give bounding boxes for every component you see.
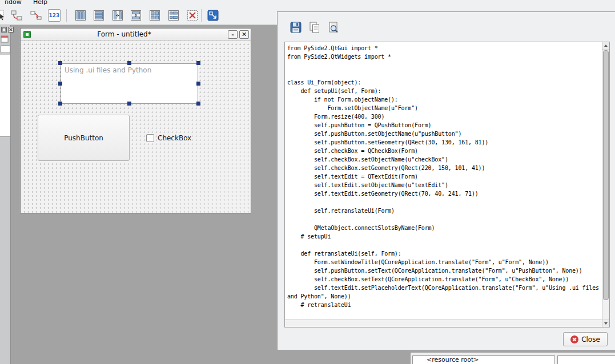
edit-tab-order-icon: 123 (48, 9, 61, 22)
menu-window[interactable]: ndow (5, 0, 22, 6)
code-view[interactable]: from PySide2.QtGui import * from PySide2… (285, 42, 602, 319)
textedit-placeholder-text: Using .ui files and Python (65, 66, 151, 74)
selection-handle-top-left[interactable] (58, 61, 62, 65)
widget-filter-input[interactable] (1, 45, 10, 53)
code-text[interactable]: from PySide2.QtGui import * from PySide2… (285, 42, 602, 309)
copy-button[interactable] (308, 21, 321, 34)
code-box: from PySide2.QtGui import * from PySide2… (284, 42, 610, 327)
break-layout-button[interactable] (185, 8, 200, 23)
form-canvas[interactable]: Using .ui files and Python PushButton Ch… (21, 41, 251, 213)
pushbutton-label: PushButton (64, 134, 103, 142)
layout-grid-icon (148, 9, 161, 22)
designed-pushbutton[interactable]: PushButton (38, 115, 130, 161)
code-horizontal-scrollbar[interactable] (285, 319, 602, 327)
layout-vertical-splitter-button[interactable] (128, 8, 143, 23)
menu-help[interactable]: Help (33, 0, 47, 6)
form-minimize-button[interactable]: - (228, 30, 238, 39)
dock-close-button[interactable] (8, 27, 14, 33)
close-x-icon (570, 335, 578, 343)
menubar: ndow Help (0, 0, 615, 6)
edit-widgets-icon (0, 9, 7, 22)
form-window-titlebar[interactable]: Form - untitled* - ✕ (21, 29, 251, 41)
edit-buddies-button[interactable] (29, 8, 43, 23)
find-button[interactable] (327, 21, 340, 34)
toolbar-separator (201, 9, 202, 22)
break-layout-icon (186, 9, 199, 22)
edit-buddies-icon (30, 9, 42, 22)
dock-float-button[interactable] (1, 27, 7, 33)
layout-vertical-button[interactable] (91, 8, 106, 23)
widget-box-dock (0, 25, 11, 364)
scroll-down-arrow-icon[interactable] (602, 319, 609, 327)
tab-order-label: 123 (49, 13, 60, 18)
selection-handle-bottom-right[interactable] (196, 102, 200, 106)
checkbox-indicator[interactable] (146, 134, 154, 142)
copy-icon (308, 21, 321, 34)
scrollbar-thumb[interactable] (603, 50, 609, 300)
selection-handle-middle-right[interactable] (196, 82, 200, 86)
widget-box-list[interactable] (0, 55, 10, 137)
designed-checkbox[interactable]: CheckBox (146, 126, 204, 149)
selection-handle-middle-left[interactable] (58, 82, 62, 86)
scroll-up-arrow-icon[interactable] (602, 42, 609, 50)
close-button-label: Close (581, 335, 600, 343)
edit-signals-slots-icon (10, 9, 23, 22)
resource-root-item[interactable]: <resource root> (412, 355, 555, 364)
layout-vertical-splitter-icon (130, 9, 142, 22)
resource-preview-pane[interactable] (557, 355, 615, 364)
layout-horizontal-splitter-icon (111, 9, 124, 22)
toolbar-separator (66, 9, 67, 22)
adjust-size-button[interactable] (206, 8, 220, 23)
layout-vertical-icon (93, 9, 105, 22)
edit-tab-order-button[interactable]: 123 (47, 8, 62, 23)
save-icon (290, 21, 302, 34)
dock-float-icon (2, 27, 6, 32)
dock-close-icon (9, 27, 13, 32)
adjust-size-icon (207, 9, 219, 22)
widget-category-icon (1, 35, 9, 43)
save-button[interactable] (289, 21, 303, 34)
form-close-button[interactable]: ✕ (239, 30, 249, 39)
layout-horizontal-icon (74, 9, 87, 22)
layout-grid-button[interactable] (147, 8, 162, 23)
designed-textedit[interactable]: Using .ui files and Python (61, 63, 198, 104)
code-vertical-scrollbar[interactable] (602, 42, 609, 327)
layout-form-button[interactable] (166, 8, 181, 23)
selection-handle-bottom-center[interactable] (127, 102, 131, 106)
selection-handle-top-center[interactable] (127, 61, 131, 65)
code-dialog-toolbar (289, 21, 340, 35)
resource-root-label: <resource root> (427, 356, 479, 363)
selection-handle-bottom-left[interactable] (58, 102, 62, 106)
layout-horizontal-button[interactable] (73, 8, 88, 23)
layout-form-icon (167, 9, 180, 22)
resource-browser-dock: <resource root> (410, 352, 615, 364)
form-window-icon (23, 31, 31, 38)
form-editor-window: Form - untitled* - ✕ Using .ui files and… (20, 28, 251, 213)
code-preview-dialog: from PySide2.QtGui import * from PySide2… (277, 11, 615, 351)
edit-signals-slots-button[interactable] (9, 8, 24, 23)
find-icon (327, 21, 340, 34)
selection-handle-top-right[interactable] (196, 61, 200, 65)
checkbox-label: CheckBox (158, 134, 191, 142)
close-button[interactable]: Close (563, 332, 608, 346)
edit-widgets-button[interactable] (0, 8, 8, 23)
layout-horizontal-splitter-button[interactable] (110, 8, 125, 23)
form-window-title: Form - untitled* (22, 30, 226, 38)
